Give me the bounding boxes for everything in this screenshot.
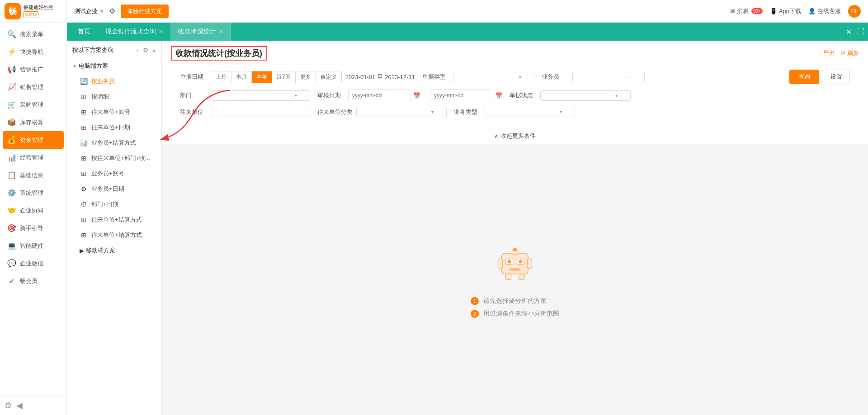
export-button[interactable]: ↑ 导出 — [819, 49, 835, 57]
tab-collection-label: 收款情况统计 — [178, 28, 216, 36]
sidebar-item-finance[interactable]: 💰 资金管理 — [3, 131, 64, 149]
tab-collection-close-icon[interactable]: ✕ — [219, 28, 223, 35]
sidebar-item-label: 新手引导 — [20, 224, 43, 232]
app-download-button[interactable]: 📱 App下载 — [770, 7, 801, 15]
svg-point-7 — [513, 247, 517, 251]
scheme-item-unit-settlement1[interactable]: ⊞ 往来单位+结算方式 — [67, 212, 161, 227]
settings-button[interactable]: 设置 — [823, 70, 850, 84]
date-tab-7days[interactable]: 近7天 — [272, 71, 296, 83]
scheme-item-icon: 📊 — [80, 139, 88, 146]
counterparty-category-select[interactable]: ▾ — [356, 107, 447, 117]
wechat-icon: 💬 — [7, 259, 16, 268]
trial-button[interactable]: 体验行业方案 — [121, 5, 169, 18]
refresh-button[interactable]: ↺ 刷新 — [840, 49, 859, 57]
expand-arrow-icon: ▼ — [72, 64, 77, 69]
scheme-item-salesperson-settlement[interactable]: 📊 业务员+结算方式 — [67, 135, 161, 151]
scheme-item-unit-date[interactable]: ⊞ 往来单位+日期 — [67, 120, 161, 135]
counterparty-select[interactable]: ··· — [211, 107, 310, 117]
sidebar-item-label: 企业微信 — [20, 259, 43, 268]
calendar-icon[interactable]: 📅 — [495, 92, 502, 99]
topbar-dropdown-icon[interactable]: ▾ — [100, 8, 104, 14]
tab-collection[interactable]: 收款情况统计 ✕ — [171, 23, 231, 41]
collapse-bar[interactable]: ∧ 收起更多条件 — [171, 128, 859, 144]
counterparty-category-filter-group: 往来单位分类 ▾ — [317, 107, 447, 117]
voucher-status-select[interactable]: ▾ — [540, 90, 631, 101]
scheme-header-actions: + ⚙ « — [135, 47, 156, 54]
business-type-select[interactable]: ▾ — [485, 107, 575, 117]
sidebar-item-sales[interactable]: 📈 销售管理 — [0, 78, 66, 96]
sidebar-item-basic[interactable]: 📋 基础信息 — [0, 166, 66, 184]
scheme-item-dept-date[interactable]: ⏱ 部门+日期 — [67, 197, 161, 212]
sidebar-item-operation[interactable]: 📊 经营管理 — [0, 149, 66, 166]
sidebar-item-label: 快捷导航 — [20, 48, 43, 56]
salesperson-label: 业务员 — [542, 73, 569, 81]
counterparty-more-icon[interactable]: ··· — [293, 109, 297, 114]
sidebar-settings-icon[interactable]: ⚙ — [5, 401, 12, 410]
topbar-right: ✉ 消息 99 📱 App下载 👤 在线客服 Rit — [730, 5, 861, 18]
sidebar-item-member[interactable]: ✓ 畅会员 — [0, 272, 66, 290]
scheme-desktop-group-header[interactable]: ▼ 电脑端方案 — [67, 58, 161, 74]
tab-bank[interactable]: 现金银行流水查询 ✕ — [98, 23, 171, 41]
counterparty-filter-group: 往来单位 ··· — [180, 107, 310, 117]
date-dash: — — [422, 92, 428, 99]
sidebar-item-quicknav[interactable]: ⚡ 快捷导航 — [0, 43, 66, 61]
scheme-header: 按以下方案查询 + ⚙ « — [67, 41, 161, 58]
sidebar-item-guide[interactable]: 🎯 新手引导 — [0, 219, 66, 237]
system-icon: ⚙️ — [7, 189, 16, 197]
edition-badge: 标准版 — [24, 11, 38, 18]
scheme-item-detail[interactable]: ⊞ 按明细 — [67, 89, 161, 104]
main-area: 测试企业 ▾ ⚙ 体验行业方案 ✉ 消息 99 📱 App下载 👤 在线客服 R… — [67, 0, 868, 415]
date-tab-custom[interactable]: 自定义 — [316, 71, 341, 83]
scheme-item-icon: 🔄 — [80, 78, 88, 85]
date-tab-last-month[interactable]: 上月 — [211, 71, 231, 83]
sidebar-item-search[interactable]: 🔍 搜索菜单 — [0, 25, 66, 43]
date-tab-this-month[interactable]: 本月 — [231, 71, 252, 83]
message-button[interactable]: ✉ 消息 99 — [730, 7, 763, 15]
scheme-item-unit-settlement2[interactable]: ⊞ 往来单位+结算方式 — [67, 227, 161, 243]
date-tab-this-year[interactable]: 本年 — [252, 71, 272, 83]
review-date-start-input[interactable] — [348, 90, 411, 101]
scheme-item-salesperson-account[interactable]: ⊞ 业务员+账号 — [67, 166, 161, 181]
sidebar-collapse-icon[interactable]: ◀ — [16, 401, 23, 410]
scheme-panel: 按以下方案查询 + ⚙ « ▼ 电脑端方案 🔄 按业务员 ⊞ — [67, 41, 162, 415]
sidebar-item-system[interactable]: ⚙️ 系统管理 — [0, 184, 66, 202]
topbar-settings-icon[interactable]: ⚙ — [109, 7, 115, 15]
salesperson-select[interactable]: ··· — [572, 72, 645, 82]
query-button[interactable]: 查询 — [789, 70, 819, 84]
username-label: 测试企业 — [74, 7, 98, 15]
review-date-end-input[interactable] — [430, 90, 493, 101]
sidebar-item-marketing[interactable]: 📢 营销推广 — [0, 61, 66, 78]
scheme-item-salesperson[interactable]: 🔄 按业务员 — [67, 74, 161, 89]
date-tab-more[interactable]: 更多 — [296, 71, 316, 83]
user-avatar[interactable]: Rit — [848, 5, 861, 18]
marketing-icon: 📢 — [7, 65, 16, 74]
scheme-add-icon[interactable]: + — [135, 47, 139, 54]
close-all-icon[interactable]: ✕ — [846, 28, 852, 36]
logo-text-area: 畅捷通好生意 标准版 — [24, 4, 53, 18]
tab-home[interactable]: 首页 — [71, 23, 98, 41]
filter-row-3: 往来单位 ··· 往来单位分类 ▾ — [180, 107, 850, 117]
scheme-collapse-icon[interactable]: « — [152, 47, 156, 54]
fullscreen-icon[interactable]: ⛶ — [857, 28, 864, 36]
voucher-type-select[interactable]: ▾ — [453, 72, 534, 82]
sidebar-item-corp[interactable]: 🤝 企业协同 — [0, 202, 66, 219]
scheme-settings-icon[interactable]: ⚙ — [143, 47, 149, 54]
scheme-item-icon: ⊞ — [80, 155, 88, 162]
scheme-item-salesperson-date[interactable]: ⚙ 业务员+日期 — [67, 181, 161, 197]
online-service-button[interactable]: 👤 在线客服 — [808, 7, 841, 15]
scheme-item-unit-dept-collect[interactable]: ⊞ 按往来单位+部门+收... — [67, 151, 161, 166]
sidebar-item-hardware[interactable]: 💻 智能硬件 — [0, 237, 66, 255]
refresh-label: 刷新 — [847, 49, 859, 57]
sidebar-item-label: 畅会员 — [20, 277, 38, 285]
date-tabs: 上月 本月 本年 近7天 更多 自定义 — [211, 71, 342, 83]
dept-select[interactable]: ▾ — [211, 90, 310, 101]
sidebar-item-wechat[interactable]: 💬 企业微信 — [0, 255, 66, 272]
sidebar-item-purchase[interactable]: 🛒 采购管理 — [0, 96, 66, 113]
salesperson-more-icon[interactable]: ··· — [627, 75, 631, 80]
sales-icon: 📈 — [7, 83, 16, 91]
scheme-item-unit-account[interactable]: ⊞ 往来单位+账号 — [67, 104, 161, 120]
scheme-mobile-group-header[interactable]: ▶ 移动端方案 — [72, 243, 161, 258]
sidebar-item-inventory[interactable]: 📦 库存核算 — [0, 113, 66, 131]
calendar-icon[interactable]: 📅 — [413, 92, 420, 99]
tab-bank-close-icon[interactable]: ✕ — [159, 28, 163, 35]
